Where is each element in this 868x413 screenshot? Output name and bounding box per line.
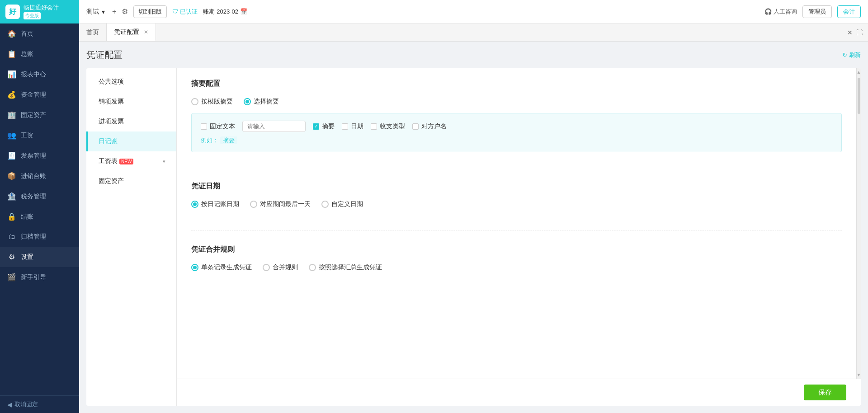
fixed-text-label: 固定文本 <box>210 122 235 131</box>
page-wrapper: 凭证配置 ↻ 刷新 公共选项 销项发票 进项发票 日记账 工资表 NEW ▾ <box>79 42 868 413</box>
checkbox-income-type[interactable]: 收支类型 <box>371 122 405 131</box>
tab-close-icon[interactable]: ✕ <box>144 29 148 35</box>
sidebar-item-home[interactable]: 🏠 首页 <box>0 23 79 44</box>
sidebar-label-reports: 报表中心 <box>21 70 46 79</box>
main-area: 测试 ▾ + ⚙ 切到旧版 🛡 已认证 账期 2023-02 📅 🎧 人工咨询 … <box>79 0 868 413</box>
refresh-icon: ↻ <box>842 52 847 58</box>
abstract-example: 例如： 摘要 <box>201 136 832 145</box>
payroll-expand-icon[interactable]: ▾ <box>163 159 165 164</box>
checkbox-fixed-text[interactable]: 固定文本 <box>201 122 235 131</box>
logo-text: 畅捷通好会计 专业版 <box>24 4 59 20</box>
radio-journal-date[interactable]: 按日记账日期 <box>191 200 239 208</box>
sidebar-item-assets[interactable]: 🏢 固定资产 <box>0 105 79 125</box>
calendar-icon[interactable]: 📅 <box>240 8 247 15</box>
sidebar-item-purchase-sale[interactable]: 📦 进销台账 <box>0 166 79 186</box>
section-merge: 凭证合并规则 单条记录生成凭证 合并规则 <box>191 245 842 293</box>
purchase-sale-icon: 📦 <box>7 172 16 180</box>
header-right: 🎧 人工咨询 管理员 会计 <box>764 5 861 18</box>
section-abstract: 摘要配置 按模版摘要 选择摘要 <box>191 79 842 167</box>
sidebar-item-ledger[interactable]: 📋 总账 <box>0 44 79 64</box>
sidebar-item-invoice-mgmt[interactable]: 🧾 发票管理 <box>0 145 79 166</box>
company-label: 测试 <box>86 8 99 16</box>
content-scrollbar[interactable]: ▲ ▼ <box>856 68 861 379</box>
radio-single[interactable]: 单条记录生成凭证 <box>191 263 252 272</box>
header-icons: + ⚙ <box>112 7 128 16</box>
sidebar-label-invoice-mgmt: 发票管理 <box>21 152 46 160</box>
config-menu-public[interactable]: 公共选项 <box>86 72 176 92</box>
cancel-pin-label: 取消固定 <box>14 400 38 408</box>
radio-merge-rule-label: 合并规则 <box>273 263 298 272</box>
consult-button[interactable]: 🎧 人工咨询 <box>764 8 797 16</box>
radio-period-last[interactable]: 对应期间最后一天 <box>250 200 311 208</box>
user-button[interactable]: 管理员 <box>802 5 832 18</box>
radio-select-circle <box>244 98 251 105</box>
capital-icon: 💰 <box>7 90 16 99</box>
add-company-icon[interactable]: + <box>112 8 116 16</box>
checkbox-abstract[interactable]: ✓ 摘要 <box>313 122 335 131</box>
radio-select-abstract[interactable]: 选择摘要 <box>244 98 279 106</box>
content-footer: 保存 <box>177 379 861 406</box>
config-layout: 公共选项 销项发票 进项发票 日记账 工资表 NEW ▾ 固定资产 <box>86 68 861 406</box>
window-controls: ✕ ⛶ <box>842 23 868 41</box>
config-menu-journal[interactable]: 日记账 <box>86 131 176 151</box>
sidebar-label-ledger: 总账 <box>21 50 33 58</box>
config-right-inner: 摘要配置 按模版摘要 选择摘要 <box>177 68 861 379</box>
sidebar-item-guide[interactable]: 🎬 新手引导 <box>0 267 79 287</box>
settings-icon: ⚙ <box>7 253 16 261</box>
fixed-text-input[interactable] <box>242 121 306 132</box>
sidebar-item-archive[interactable]: 🗂 归档管理 <box>0 227 79 247</box>
home-icon: 🏠 <box>7 29 16 38</box>
company-dropdown-icon[interactable]: ▾ <box>102 8 105 15</box>
period-value: 2023-02 <box>217 8 238 15</box>
sidebar-item-tax[interactable]: 🏦 税务管理 <box>0 186 79 206</box>
radio-by-selection[interactable]: 按照选择汇总生成凭证 <box>309 263 382 272</box>
tab-voucher-config-label: 凭证配置 <box>114 28 139 36</box>
certified-badge: 🛡 已认证 <box>172 8 198 16</box>
switch-old-version-button[interactable]: 切到旧版 <box>133 5 167 18</box>
logo-badge: 专业版 <box>24 12 41 19</box>
checkbox-date[interactable]: 日期 <box>342 122 363 131</box>
invoice-mgmt-icon: 🧾 <box>7 151 16 160</box>
radio-journal-date-label: 按日记账日期 <box>201 200 239 208</box>
tab-home[interactable]: 首页 <box>79 23 107 41</box>
config-menu-sales-invoice[interactable]: 销项发票 <box>86 92 176 112</box>
page-title-row: 凭证配置 ↻ 刷新 <box>86 49 861 61</box>
checkbox-abstract-box: ✓ <box>313 123 319 130</box>
config-menu-fixed-assets[interactable]: 固定资产 <box>86 171 176 191</box>
radio-template-abstract[interactable]: 按模版摘要 <box>191 98 233 106</box>
window-expand-icon[interactable]: ⛶ <box>856 29 863 36</box>
radio-by-selection-label: 按照选择汇总生成凭证 <box>319 263 382 272</box>
save-button[interactable]: 保存 <box>804 385 846 400</box>
sidebar-item-settings[interactable]: ⚙ 设置 <box>0 247 79 267</box>
role-button[interactable]: 会计 <box>837 5 861 18</box>
refresh-button[interactable]: ↻ 刷新 <box>842 51 861 59</box>
radio-custom-date-label: 自定义日期 <box>331 200 363 208</box>
sidebar-item-payroll[interactable]: 👥 工资 <box>0 125 79 145</box>
sidebar-item-reports[interactable]: 📊 报表中心 <box>0 64 79 84</box>
logo-name: 畅捷通好会计 <box>24 4 59 12</box>
merge-radio-group: 单条记录生成凭证 合并规则 按照选择汇总生成凭证 <box>191 263 842 272</box>
reports-icon: 📊 <box>7 70 16 79</box>
tab-voucher-config[interactable]: 凭证配置 ✕ <box>107 23 156 41</box>
radio-single-circle <box>191 264 198 271</box>
sidebar-cancel-pin[interactable]: ◀ 取消固定 <box>0 395 79 413</box>
logo-icon: 好 <box>5 5 20 19</box>
sidebar-item-capital[interactable]: 💰 资金管理 <box>0 84 79 105</box>
sidebar-item-closing[interactable]: 🔒 结账 <box>0 206 79 227</box>
period-label: 账期 <box>203 8 215 16</box>
company-settings-icon[interactable]: ⚙ <box>122 7 128 16</box>
window-close-icon[interactable]: ✕ <box>847 29 853 36</box>
radio-custom-date[interactable]: 自定义日期 <box>321 200 363 208</box>
tab-home-label: 首页 <box>86 28 99 37</box>
config-menu-purchase-invoice[interactable]: 进项发票 <box>86 112 176 131</box>
checkbox-counterparty[interactable]: 对方户名 <box>412 122 447 131</box>
sidebar-label-guide: 新手引导 <box>21 273 46 282</box>
sidebar-label-payroll: 工资 <box>21 131 33 140</box>
refresh-label: 刷新 <box>849 51 861 59</box>
date-label: 日期 <box>351 122 363 131</box>
config-menu-payroll-table[interactable]: 工资表 NEW ▾ <box>86 151 176 171</box>
radio-merge-rule[interactable]: 合并规则 <box>263 263 298 272</box>
scroll-thumb[interactable] <box>858 78 860 114</box>
sidebar-label-purchase-sale: 进销台账 <box>21 172 46 180</box>
checkbox-fixed-text-box <box>201 123 207 130</box>
